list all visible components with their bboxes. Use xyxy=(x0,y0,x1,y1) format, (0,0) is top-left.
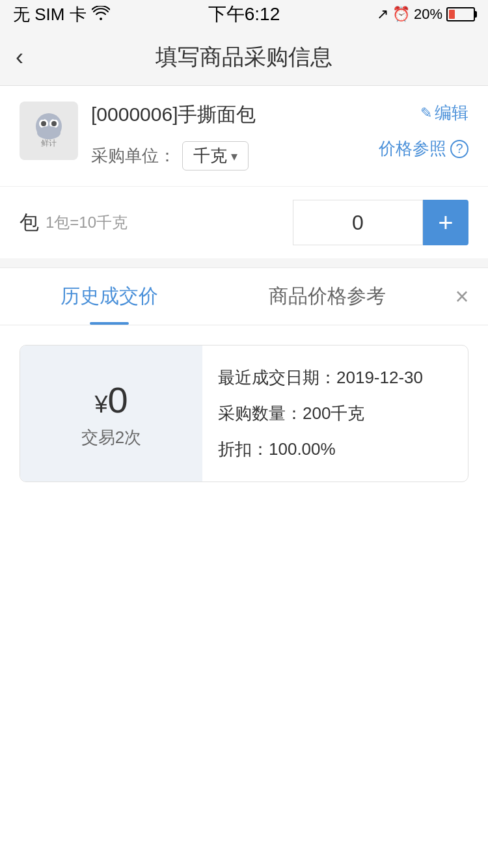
svg-point-3 xyxy=(41,121,46,126)
content-area xyxy=(0,502,488,868)
unit-label: 采购单位： xyxy=(91,144,176,167)
quantity-detail-value: 200千克 xyxy=(303,403,364,423)
dropdown-arrow-icon: ▾ xyxy=(231,148,237,164)
status-time: 下午6:12 xyxy=(208,2,280,27)
trade-count: 交易2次 xyxy=(81,426,141,449)
status-bar: 无 SIM 卡 下午6:12 ↗ ⏰ 20% xyxy=(0,0,488,29)
recent-date-value: 2019-12-30 xyxy=(336,368,423,387)
product-name: [0000006]手撕面包 xyxy=(91,102,256,128)
unit-select-dropdown[interactable]: 千克 ▾ xyxy=(182,141,249,170)
quantity-input[interactable]: 0 xyxy=(293,200,423,245)
price-ref-label: 价格参照 xyxy=(379,137,446,160)
recent-date-row: 最近成交日期：2019-12-30 xyxy=(218,365,452,390)
wifi-icon xyxy=(92,5,110,25)
tab-ref-label: 商品价格参考 xyxy=(269,283,386,310)
help-icon: ? xyxy=(450,140,468,158)
tabs-header: 历史成交价 商品价格参考 × xyxy=(0,268,488,325)
edit-icon: ✎ xyxy=(420,105,432,122)
status-right: ↗ ⏰ 20% xyxy=(377,6,475,23)
product-info: [0000006]手撕面包 采购单位： 千克 ▾ xyxy=(91,102,256,170)
unit-badge: 包 xyxy=(20,210,39,236)
back-button[interactable]: ‹ xyxy=(16,44,23,71)
tab-close-button[interactable]: × xyxy=(436,268,488,325)
discount-label: 折扣： xyxy=(218,439,269,459)
tab-active-indicator xyxy=(90,322,129,325)
discount-value: 100.00% xyxy=(269,439,336,459)
svg-point-4 xyxy=(51,121,57,126)
edit-button[interactable]: ✎ 编辑 xyxy=(420,102,468,124)
tab-history-label: 历史成交价 xyxy=(61,283,158,310)
price-currency: ¥ xyxy=(94,391,107,418)
product-thumbnail-icon: 鲜计 xyxy=(26,108,72,154)
tab-price-ref[interactable]: 商品价格参考 xyxy=(218,268,436,325)
carrier-text: 无 SIM 卡 xyxy=(13,3,87,26)
recent-date-label: 最近成交日期： xyxy=(218,368,336,387)
unit-equiv: 1包=10千克 xyxy=(46,212,128,233)
location-icon: ↗ xyxy=(377,6,388,23)
price-card-left: ¥ 0 交易2次 xyxy=(20,346,202,481)
alarm-icon: ⏰ xyxy=(392,6,410,23)
tabs-section: 历史成交价 商品价格参考 × ¥ 0 交易2次 最近成交日期：2019-12-3… xyxy=(0,267,488,868)
svg-text:鲜计: 鲜计 xyxy=(41,139,57,148)
tab-history-price[interactable]: 历史成交价 xyxy=(0,268,218,325)
price-card-right: 最近成交日期：2019-12-30 采购数量：200千克 折扣：100.00% xyxy=(202,346,468,481)
quantity-label: 包 1包=10千克 xyxy=(20,210,128,236)
price-card: ¥ 0 交易2次 最近成交日期：2019-12-30 采购数量：200千克 折扣… xyxy=(20,345,468,482)
page-title: 填写商品采购信息 xyxy=(156,42,332,72)
quantity-control: 0 + xyxy=(293,200,468,245)
quantity-detail-label: 采购数量： xyxy=(218,403,303,423)
product-card: 鲜计 [0000006]手撕面包 采购单位： 千克 ▾ ✎ 编辑 xyxy=(0,86,488,186)
nav-bar: ‹ 填写商品采购信息 xyxy=(0,29,488,86)
quantity-row: 采购数量：200千克 xyxy=(218,401,452,426)
price-card-area: ¥ 0 交易2次 最近成交日期：2019-12-30 采购数量：200千克 折扣… xyxy=(0,325,488,502)
battery-icon xyxy=(446,7,475,21)
edit-label: 编辑 xyxy=(435,102,468,124)
quantity-plus-button[interactable]: + xyxy=(423,200,468,245)
price-ref-button[interactable]: 价格参照 ? xyxy=(379,137,468,160)
price-value: 0 xyxy=(107,379,128,421)
quantity-section: 包 1包=10千克 0 + xyxy=(0,186,488,258)
battery-percent: 20% xyxy=(414,6,442,23)
product-image: 鲜计 xyxy=(20,102,78,160)
svg-point-5 xyxy=(37,126,61,139)
status-left: 无 SIM 卡 xyxy=(13,3,110,26)
unit-value: 千克 xyxy=(193,144,227,167)
discount-row: 折扣：100.00% xyxy=(218,437,452,462)
